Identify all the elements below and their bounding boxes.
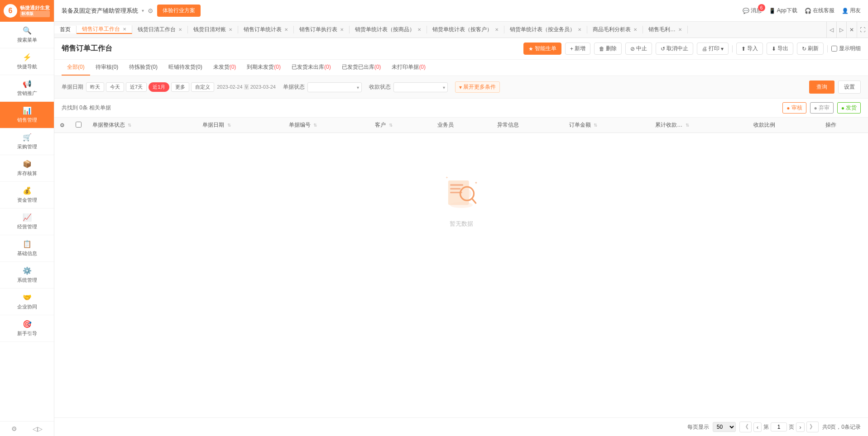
sidebar-item-inventory[interactable]: 📦 库存核算 <box>0 155 54 182</box>
sub-tab-pending-review[interactable]: 待审核(0) <box>90 60 124 76</box>
show-detail-checkbox[interactable] <box>831 46 837 52</box>
collapse-icon[interactable]: ◁▷ <box>33 425 43 432</box>
tab-close-sales-profit[interactable]: ✕ <box>678 27 682 32</box>
sub-tab-shop-pending[interactable]: 旺铺待发货(0) <box>163 60 208 76</box>
tab-next-btn[interactable]: ▷ <box>836 22 846 38</box>
col-ratio[interactable]: 收款比例 <box>748 118 820 133</box>
tab-close-sales-exec[interactable]: ✕ <box>340 27 344 32</box>
setting-button[interactable]: 设置 <box>838 81 861 94</box>
cancel-stop-button[interactable]: ↺ 取消中止 <box>656 43 693 55</box>
tab-sales-exec[interactable]: 销售订单执行表✕ <box>294 26 350 33</box>
show-detail-checkbox-label[interactable]: 显示明细 <box>831 45 861 52</box>
col-amount[interactable]: 订单金额 ⇅ <box>564 118 650 133</box>
col-checkbox[interactable] <box>70 118 87 133</box>
import-button[interactable]: ⬆ 导入 <box>736 43 763 55</box>
col-settings[interactable]: ⚙ <box>54 118 70 133</box>
col-number[interactable]: 单据编号 ⇅ <box>283 118 369 133</box>
sidebar-item-guide[interactable]: 🎯 新手引导 <box>0 315 54 342</box>
sidebar-item-marketing[interactable]: 📢 营销推广 <box>0 75 54 102</box>
page-prev-btn[interactable]: ‹ <box>753 422 762 432</box>
select-all-checkbox[interactable] <box>76 122 82 128</box>
sidebar-item-finance[interactable]: 💰 资金管理 <box>0 182 54 209</box>
tab-home[interactable]: 首页 <box>54 26 77 33</box>
col-abnormal[interactable]: 异常信息 <box>492 118 564 133</box>
sidebar-item-collaboration[interactable]: 🤝 企业协同 <box>0 289 54 315</box>
date-btn-近7天[interactable]: 近7天 <box>126 82 147 92</box>
batch-review-button[interactable]: ● 审核 <box>782 102 806 114</box>
delete-button[interactable]: 🗑 删除 <box>594 43 622 55</box>
tab-sales-stat[interactable]: 销售订单统计表✕ <box>238 26 294 33</box>
tab-customer-stat[interactable]: 销货单统计表（按客户）✕ <box>427 26 504 33</box>
col-customer[interactable]: 客户 ⇅ <box>369 118 432 133</box>
sidebar-item-quick-nav[interactable]: ⚡ 快捷导航 <box>0 48 54 75</box>
sidebar-item-search[interactable]: 🔍 搜索菜单 <box>0 22 54 48</box>
date-btn-自定义[interactable]: 自定义 <box>191 82 214 92</box>
query-button[interactable]: 查询 <box>809 81 834 94</box>
sidebar-item-purchase[interactable]: 🛒 采购管理 <box>0 128 54 155</box>
date-btn-近1月[interactable]: 近1月 <box>149 82 169 92</box>
tab-close-sales-stat[interactable]: ✕ <box>284 27 288 32</box>
col-date[interactable]: 单据日期 ⇅ <box>197 118 283 133</box>
messages-action[interactable]: 💬 消息 6 <box>743 7 762 14</box>
sidebar-item-operations[interactable]: 📈 经营管理 <box>0 209 54 235</box>
sub-tab-shipped-not-out[interactable]: 已发货未出库(0) <box>286 60 336 76</box>
sidebar-item-base-info[interactable]: 📋 基础信息 <box>0 235 54 262</box>
page-input[interactable] <box>771 422 787 431</box>
status-select[interactable] <box>307 82 362 92</box>
tab-sales-profit[interactable]: 销售毛利…✕ <box>643 26 688 33</box>
sidebar-item-system[interactable]: ⚙️ 系统管理 <box>0 262 54 289</box>
col-cumulative[interactable]: 累计收款… ⇅ <box>650 118 748 133</box>
tab-sales-order[interactable]: 销售订单工作台✕ <box>77 25 132 34</box>
sub-tab-unprinted[interactable]: 未打印单据(0) <box>386 60 431 76</box>
stop-button[interactable]: ⊘ 中止 <box>625 43 652 55</box>
col-overall-status[interactable]: 单据整体状态 ⇅ <box>87 118 197 133</box>
tab-goods-stat[interactable]: 销货单统计表（按商品）✕ <box>350 26 427 33</box>
date-btn-今天[interactable]: 今天 <box>106 82 124 92</box>
table-scroll[interactable]: ⚙ 单据整体状态 ⇅ 单据日期 ⇅ 单据编号 ⇅ 客户 ⇅ 业务员 异常信息 订… <box>54 118 868 417</box>
col-salesman[interactable]: 业务员 <box>432 118 492 133</box>
user-action[interactable]: 👤 用友 <box>842 7 861 14</box>
tab-close-customer-stat[interactable]: ✕ <box>495 27 499 32</box>
tab-fullscreen-btn[interactable]: ⛶ <box>857 22 868 38</box>
tab-salesman-stat[interactable]: 销货单统计表（按业务员）✕ <box>504 26 587 33</box>
expand-filter-button[interactable]: ▾ 展开更多条件 <box>455 81 500 93</box>
date-btn-昨天[interactable]: 昨天 <box>86 82 104 92</box>
tab-close-goods-stat[interactable]: ✕ <box>417 27 421 32</box>
tab-profit-analysis[interactable]: 商品毛利分析表✕ <box>587 26 643 33</box>
page-size-select[interactable]: 50 20 100 <box>713 422 736 432</box>
sub-tab-pending-pick[interactable]: 待拣验货(0) <box>124 60 163 76</box>
settings-icon[interactable]: ⚙ <box>11 425 17 432</box>
tab-close-all-btn[interactable]: ✕ <box>846 22 857 38</box>
tab-prev-btn[interactable]: ◁ <box>826 22 836 38</box>
print-button[interactable]: 🖨 打印 ▾ <box>697 43 729 55</box>
app-download-action[interactable]: 📱 App下载 <box>769 7 797 14</box>
smart-create-button[interactable]: ★ 智能生单 <box>523 43 561 55</box>
page-last-btn[interactable]: 》 <box>806 422 819 432</box>
tab-close-salesman-stat[interactable]: ✕ <box>578 27 581 32</box>
tab-close-cash-clear[interactable]: ✕ <box>178 27 182 32</box>
sub-tab-overdue-unshipped[interactable]: 到期未发货(0) <box>241 60 286 76</box>
refresh-button[interactable]: ↻ 刷新 <box>797 43 824 55</box>
tab-close-profit-analysis[interactable]: ✕ <box>633 27 637 32</box>
system-dropdown[interactable]: ▾ <box>142 8 144 13</box>
date-btn-更多[interactable]: 更多 <box>171 82 189 92</box>
sub-tab-shipped-out[interactable]: 已发货已出库(0) <box>336 60 387 76</box>
add-button[interactable]: + 新增 <box>565 43 590 55</box>
batch-dispatch-button[interactable]: ● 发货 <box>837 102 861 114</box>
sidebar-item-sales[interactable]: 📊 销售管理 <box>0 102 54 128</box>
tab-cash-clear[interactable]: 钱货日清工作台✕ <box>132 26 188 33</box>
online-service-action[interactable]: 🎧 在线客服 <box>805 7 834 14</box>
tab-close-sales-order[interactable]: ✕ <box>123 27 126 32</box>
industry-button[interactable]: 体验行业方案 <box>157 5 201 17</box>
sub-tab-unshipped[interactable]: 未发货(0) <box>208 60 242 76</box>
export-button[interactable]: ⬇ 导出 <box>767 43 793 55</box>
tab-close-cash-reconcile[interactable]: ✕ <box>229 27 232 32</box>
tab-cash-reconcile[interactable]: 钱货日清对账✕ <box>188 26 238 33</box>
payment-select[interactable] <box>393 82 448 92</box>
batch-discard-button[interactable]: ● 弃审 <box>810 102 834 114</box>
sub-tab-all[interactable]: 全部(0) <box>62 60 90 76</box>
header-gear-icon[interactable]: ⚙ <box>148 7 153 14</box>
page-first-btn[interactable]: 《 <box>739 422 752 432</box>
page-next-btn[interactable]: › <box>796 422 804 432</box>
col-operation[interactable]: 操作 <box>820 118 868 133</box>
